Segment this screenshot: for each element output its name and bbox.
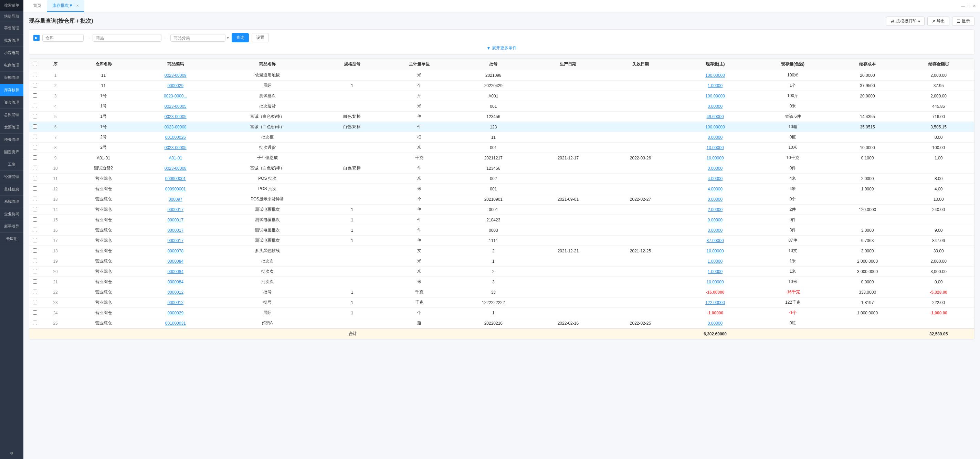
row-prod-date (532, 174, 604, 184)
sidebar-item-invoice[interactable]: 发票管理 (0, 121, 24, 134)
row-exp-date (604, 225, 676, 236)
sidebar-item-purchase[interactable]: 采购管理 (0, 72, 24, 84)
row-checkbox[interactable] (29, 153, 41, 163)
sidebar-item-cooperation[interactable]: 企业协同 (0, 208, 24, 220)
goods-input[interactable] (92, 34, 161, 41)
window-close[interactable]: ✕ (973, 4, 976, 8)
sidebar-search[interactable]: 搜索菜单 (0, 0, 24, 11)
row-checkbox[interactable] (29, 112, 41, 122)
sidebar-item-operations[interactable]: 经营管理 (0, 171, 24, 183)
sidebar-item-retail[interactable]: 零售管理 (0, 22, 24, 34)
row-checkbox[interactable] (29, 204, 41, 215)
row-checkbox[interactable] (29, 132, 41, 143)
row-cost (832, 215, 903, 225)
row-checkbox[interactable] (29, 277, 41, 287)
sidebar-item-wholesale[interactable]: 批发管理 (0, 34, 24, 47)
expand-conditions-button[interactable]: ▼ 展开更多条件 (487, 45, 517, 51)
sidebar-nav[interactable]: 快捷导航 (0, 11, 24, 22)
row-checkbox[interactable] (29, 287, 41, 298)
col-amount: 结存金额① (903, 59, 974, 70)
row-checkbox[interactable] (29, 236, 41, 246)
row-checkbox[interactable] (29, 122, 41, 132)
row-checkbox[interactable] (29, 215, 41, 225)
sidebar-item-inventory[interactable]: 库存核算 (0, 84, 24, 96)
warehouse-input[interactable] (42, 34, 84, 41)
row-checkbox[interactable] (29, 174, 41, 184)
row-qty-main: 122.00000 (677, 298, 754, 308)
table-row: 21 营业综仓 0000084 批次次 米 3 10.00000 10米 0.0… (29, 277, 974, 287)
table-row: 3 1号 0023-0000... 测试批次 斤 A001 100.00000 … (29, 91, 974, 101)
filter-goods (92, 34, 161, 41)
row-warehouse: 1号 (70, 112, 137, 122)
sidebar-item-basic-info[interactable]: 基础信息 (0, 183, 24, 196)
sidebar-item-ledger[interactable]: 总账管理 (0, 109, 24, 121)
row-warehouse: 11 (70, 81, 137, 91)
row-checkbox[interactable] (29, 81, 41, 91)
sidebar-item-fixed-assets[interactable]: 固定资产 (0, 146, 24, 158)
row-prod-date (532, 112, 604, 122)
row-prod-date: 2021-12-17 (532, 153, 604, 163)
row-warehouse: 11 (70, 70, 137, 81)
sidebar-item-system[interactable]: 系统管理 (0, 196, 24, 208)
col-checkbox[interactable] (29, 59, 41, 70)
row-checkbox[interactable] (29, 318, 41, 329)
row-unit: 米 (384, 266, 455, 277)
sidebar-item-cloud[interactable]: 云应用 (0, 233, 24, 245)
tab-inventory-batch[interactable]: 库存批次▼ ✕ (47, 0, 84, 12)
select-all-checkbox[interactable] (33, 62, 37, 66)
display-button[interactable]: ☰ 显示 (952, 16, 975, 26)
row-qty-color: 100斤 (754, 91, 832, 101)
row-unit: 个 (384, 308, 455, 318)
tab-close-icon[interactable]: ✕ (76, 4, 79, 8)
tab-home[interactable]: 首页 (27, 0, 47, 12)
printer-icon: 🖨 (891, 19, 895, 24)
sidebar-item-tax[interactable]: 税务管理 (0, 134, 24, 146)
row-checkbox[interactable] (29, 184, 41, 194)
row-checkbox[interactable] (29, 70, 41, 81)
row-checkbox[interactable] (29, 266, 41, 277)
sidebar-item-mini-ecommerce[interactable]: 小程电商 (0, 47, 24, 59)
category-dropdown-icon[interactable]: ▾ (227, 35, 229, 40)
row-qty-color: 0个 (754, 194, 832, 204)
col-exp-date: 失效日期 (604, 59, 676, 70)
print-button[interactable]: 🖨 按模板打印 ▾ (886, 16, 924, 26)
row-prod-date (532, 236, 604, 246)
sidebar-settings-icon[interactable]: ⚙ (9, 448, 15, 459)
sidebar-item-ecommerce[interactable]: 电商管理 (0, 59, 24, 72)
filter-category: ▾ (170, 34, 229, 41)
row-checkbox[interactable] (29, 298, 41, 308)
row-spec: 1 (320, 298, 384, 308)
row-checkbox[interactable] (29, 91, 41, 101)
row-code: 0000029 (137, 81, 215, 91)
expand-icon[interactable]: ▶ (33, 35, 40, 41)
export-button[interactable]: ↗ 导出 (928, 16, 949, 26)
category-input[interactable] (170, 34, 226, 41)
row-warehouse: 2号 (70, 132, 137, 143)
row-checkbox[interactable] (29, 143, 41, 153)
row-checkbox[interactable] (29, 246, 41, 256)
row-checkbox[interactable] (29, 308, 41, 318)
row-qty-main: 100.00000 (677, 70, 754, 81)
row-checkbox[interactable] (29, 101, 41, 112)
settings-button[interactable]: 设置 (251, 33, 269, 42)
window-minimize[interactable]: — (961, 4, 965, 8)
sidebar-item-guide[interactable]: 新手引导 (0, 220, 24, 233)
row-goods-name: 软聚通用地毯 (215, 70, 320, 81)
row-checkbox[interactable] (29, 194, 41, 204)
col-batch: 批号 (455, 59, 532, 70)
window-maximize[interactable]: □ (967, 4, 970, 8)
summary-amount: 32,589.05 (903, 328, 974, 339)
row-spec (320, 153, 384, 163)
row-unit: 米 (384, 277, 455, 287)
row-checkbox[interactable] (29, 163, 41, 174)
row-batch: 2021098 (455, 70, 532, 81)
row-checkbox[interactable] (29, 256, 41, 266)
col-num: 序 (41, 59, 70, 70)
sidebar-item-payroll[interactable]: 工资 (0, 158, 24, 171)
sidebar-item-finance[interactable]: 资金管理 (0, 96, 24, 109)
search-button[interactable]: 查询 (232, 33, 249, 42)
page-content: 现存量查询(按仓库＋批次) 🖨 按模板打印 ▾ ↗ 导出 ☰ 显示 (24, 13, 980, 459)
row-qty-color: -16千克 (754, 287, 832, 298)
row-checkbox[interactable] (29, 225, 41, 236)
row-batch: 210423 (455, 215, 532, 225)
